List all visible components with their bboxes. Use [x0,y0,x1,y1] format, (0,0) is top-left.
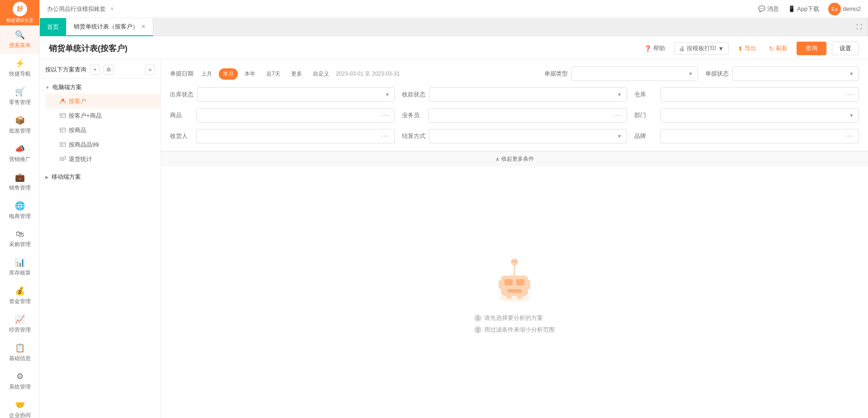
date-btn-last-month[interactable]: 上月 [197,68,216,80]
ecommerce-icon: 🌐 [15,201,25,211]
operations-icon: 📈 [15,314,25,324]
print-icon: 🖨 [679,45,685,52]
wholesale-icon: 📦 [15,115,25,125]
sidebar-item-enterprise[interactable]: 🤝 企业协同 [0,395,40,418]
print-template-button[interactable]: 🖨 按模板打印 ▼ [674,42,729,55]
user-profile[interactable]: Ea demo2 [828,3,861,15]
tab-home[interactable]: 首页 [40,18,66,36]
page-actions: ❓ 帮助 🖨 按模板打印 ▼ ⬆ 导出 ↻ 刷新 查询 设置 [641,42,859,55]
sidebar-item-ecommerce[interactable]: 🌐 电商管理 [0,196,40,225]
scheme-item-by-customer-product[interactable]: 按客户+商品 [45,109,160,123]
date-btn-custom[interactable]: 自定义 [309,68,333,80]
consignee-input[interactable]: ··· [196,129,395,143]
sidebar-item-system[interactable]: ⚙ 系统管理 [0,367,40,395]
date-filter: 上月 本月 本年 近7天 更多 自定义 2023-03-01 至 2023-03… [197,68,537,80]
edit-scheme-button[interactable]: ⚙ [104,65,113,75]
product-input[interactable]: ··· [196,108,395,123]
salesperson-input[interactable]: ··· [428,108,627,123]
tab-expand-button[interactable]: ⛶ [851,18,868,36]
collapse-filter-bar[interactable]: ∧ 收起更多条件 [161,151,868,166]
sidebar-item-wholesale[interactable]: 📦 批发管理 [0,111,40,139]
filter-item-consignee: 收货人 ··· [170,129,395,143]
filter-item-out-status: 出库状态 ▼ [170,87,395,102]
sidebar-item-quick-nav[interactable]: ⚡ 快捷导航 [0,54,40,82]
query-button[interactable]: 查询 [797,42,826,55]
retail-icon: 🛒 [15,87,25,97]
payment-input[interactable]: ▼ [429,129,627,143]
svg-rect-18 [499,280,502,289]
page-header: 销货单统计表(按客户) ❓ 帮助 🖨 按模板打印 ▼ ⬆ 导出 ↻ 刷新 [40,36,868,59]
scheme-group-mobile: ▶ 移动端方案 [40,168,160,185]
sidebar-item-retail[interactable]: 🛒 零售管理 [0,82,40,111]
sidebar-item-marketing[interactable]: 📣 营销推广 [0,139,40,168]
sidebar-item-operations[interactable]: 📈 经营管理 [0,310,40,338]
tab-close-button[interactable]: ✕ [141,24,146,30]
date-btn-this-month[interactable]: 本月 [219,68,238,80]
status-arrow-icon: ▼ [849,71,854,76]
customer-scheme-icon [60,98,66,105]
scheme-item-by-product[interactable]: 按商品 [45,123,160,138]
product99-icon [60,141,66,149]
return-stat-icon [60,156,66,163]
out-status-input[interactable]: ▼ [197,87,395,102]
brand-dots-icon: ··· [845,132,854,140]
sidebar-item-purchase[interactable]: 🛍 采购管理 [0,225,40,253]
filter-area: 单据日期 上月 本月 本年 近7天 更多 自定义 2023-03-01 至 20… [161,59,868,151]
sidebar-item-finance[interactable]: 💰 资金管理 [0,281,40,310]
date-btn-more[interactable]: 更多 [287,68,306,80]
salesperson-label: 业务员 [402,111,425,119]
consignee-label: 收货人 [170,132,193,140]
app-download-button[interactable]: 📱 App下载 [788,5,819,13]
export-button[interactable]: ⬆ 导出 [734,43,760,54]
svg-rect-1 [60,114,66,118]
sales-icon: 💼 [15,172,25,182]
date-range-display: 2023-03-01 至 2023-03-31 [336,70,400,78]
mobile-group-arrow-icon: ▶ [45,175,49,180]
filter-item-warehouse: 仓库 ··· [634,87,859,102]
tab-sales-stat[interactable]: 销货单统计表（按客户） ✕ [66,18,153,36]
logo-text: 畅捷通好生意 [6,17,33,24]
date-btn-this-year[interactable]: 本年 [241,68,259,80]
svg-rect-20 [506,294,512,299]
filter-item-status: 单据状态 ▼ [705,66,859,81]
type-input[interactable]: ▼ [571,66,698,81]
svg-point-24 [512,261,514,262]
svg-rect-16 [516,279,524,285]
mobile-group-header[interactable]: ▶ 移动端方案 [40,170,160,184]
scheme-item-return-stat[interactable]: 退货统计 [45,152,160,166]
tip-num-1: 1 [474,314,481,322]
desktop-group-header[interactable]: ▼ 电脑端方案 [40,81,160,94]
user-avatar: Ea [828,3,841,15]
brand-input[interactable]: ··· [660,129,859,143]
message-button[interactable]: 💬 消息 [758,5,779,13]
body-layout: 按以下方案查询 + ⚙ « ▼ 电脑端方案 [40,59,868,418]
dept-input[interactable]: ▼ [660,108,859,123]
export-icon: ⬆ [738,45,743,52]
add-scheme-button[interactable]: + [90,65,100,75]
collapse-panel-button[interactable]: « [145,65,155,75]
sidebar-item-inventory[interactable]: 📊 库存核算 [0,253,40,281]
panel-header-text: 按以下方案查询 [45,66,86,74]
sidebar-item-basic[interactable]: 📋 基础信息 [0,338,40,367]
help-button[interactable]: ❓ 帮助 [641,43,669,54]
dept-label: 部门 [634,111,657,119]
home-tab-label: 首页 [47,23,59,31]
scheme-item-label: 退货统计 [69,155,92,163]
scheme-item-by-customer[interactable]: 按客户 [45,94,160,109]
refresh-button[interactable]: ↻ 刷新 [765,43,791,54]
status-input[interactable]: ▼ [732,66,859,81]
warehouse-input[interactable]: ··· [660,87,859,102]
top-header: 办公用品行业模拟账套 ▼ 💬 消息 📱 App下载 Ea demo2 [40,0,868,18]
filter-row-2: 出库状态 ▼ 收款状态 ▼ [170,87,859,102]
date-label: 单据日期 [170,70,193,78]
sidebar-item-sales[interactable]: 💼 销售管理 [0,168,40,196]
sidebar-item-search[interactable]: 🔍 搜索菜单 [0,25,40,54]
settings-button[interactable]: 设置 [832,42,859,55]
filter-item-salesperson: 业务员 ··· [402,108,627,123]
filter-item-type: 单据类型 ▼ [544,66,698,81]
scheme-item-by-product-99[interactable]: 按商品品99 [45,138,160,152]
basic-icon: 📋 [15,343,25,353]
collect-status-input[interactable]: ▼ [429,87,627,102]
date-btn-7days[interactable]: 近7天 [262,68,284,80]
empty-tip-2: 2 用过滤条件来缩小分析范围 [474,326,555,334]
